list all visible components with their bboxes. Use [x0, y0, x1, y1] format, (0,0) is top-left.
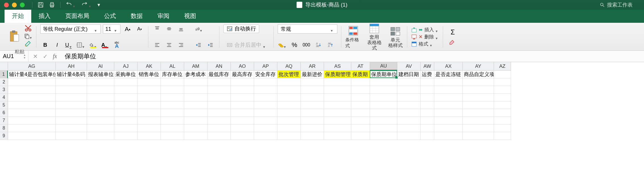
- cell[interactable]: [301, 101, 324, 109]
- autosum-button[interactable]: Σ: [447, 28, 458, 36]
- cell[interactable]: [397, 117, 421, 124]
- cell[interactable]: [138, 117, 161, 124]
- format-painter-button[interactable]: [24, 40, 32, 48]
- row-header-6[interactable]: 6: [0, 109, 8, 117]
- cell[interactable]: [434, 117, 463, 124]
- cell[interactable]: 保质期: [351, 71, 370, 78]
- cell[interactable]: [207, 78, 231, 86]
- cell-styles-button[interactable]: 单元格样式: [387, 26, 403, 48]
- cell[interactable]: [161, 78, 184, 86]
- cell[interactable]: [161, 132, 184, 140]
- cell[interactable]: [161, 124, 184, 132]
- cell[interactable]: [161, 117, 184, 124]
- tab-page-layout[interactable]: 页面布局: [58, 9, 97, 23]
- italic-button[interactable]: I: [52, 41, 62, 49]
- cell[interactable]: [138, 101, 161, 109]
- cell[interactable]: [184, 132, 207, 140]
- column-header-AS[interactable]: AS: [324, 62, 351, 71]
- cell[interactable]: [397, 78, 421, 86]
- row-header-9[interactable]: 9: [0, 132, 8, 140]
- cell[interactable]: [184, 101, 207, 109]
- column-header-AN[interactable]: AN: [207, 62, 231, 71]
- cell[interactable]: [207, 86, 231, 94]
- font-name-select[interactable]: 等线 Regular (正文): [40, 24, 101, 34]
- currency-button[interactable]: [278, 41, 287, 49]
- bold-button[interactable]: B: [40, 41, 50, 49]
- cell[interactable]: [434, 94, 463, 101]
- borders-button[interactable]: [76, 41, 86, 49]
- row-header-5[interactable]: 5: [0, 101, 8, 109]
- cell[interactable]: [184, 86, 207, 94]
- cell[interactable]: [138, 94, 161, 101]
- tab-formulas[interactable]: 公式: [97, 9, 123, 23]
- cell[interactable]: [301, 78, 324, 86]
- cell[interactable]: 库存单位: [161, 71, 184, 78]
- cell[interactable]: [231, 101, 254, 109]
- column-header-AI[interactable]: AI: [87, 62, 114, 71]
- accept-formula-button[interactable]: ✓: [43, 53, 48, 60]
- cell[interactable]: [421, 124, 434, 132]
- cell[interactable]: [301, 94, 324, 101]
- cell[interactable]: [301, 86, 324, 94]
- cell[interactable]: [463, 101, 494, 109]
- cell[interactable]: [494, 109, 511, 117]
- cell[interactable]: [277, 109, 301, 117]
- cell[interactable]: [8, 101, 56, 109]
- column-header-AW[interactable]: AW: [421, 62, 434, 71]
- cell[interactable]: [231, 78, 254, 86]
- cell[interactable]: [87, 124, 114, 132]
- cell[interactable]: [301, 117, 324, 124]
- cell[interactable]: [231, 117, 254, 124]
- cell[interactable]: [397, 86, 421, 94]
- cell[interactable]: [138, 109, 161, 117]
- cell[interactable]: [494, 117, 511, 124]
- column-header-AR[interactable]: AR: [301, 62, 324, 71]
- column-header-AK[interactable]: AK: [138, 62, 161, 71]
- row-header-1[interactable]: 1: [0, 71, 8, 78]
- cell[interactable]: [161, 101, 184, 109]
- font-color-button[interactable]: A: [100, 41, 110, 49]
- minimize-window-button[interactable]: [12, 3, 17, 7]
- cell[interactable]: 批次管理: [277, 71, 301, 78]
- cell[interactable]: [277, 94, 301, 101]
- cell[interactable]: [207, 117, 231, 124]
- cell[interactable]: [254, 78, 277, 86]
- cell[interactable]: [8, 132, 56, 140]
- cell[interactable]: [421, 101, 434, 109]
- qat-customize-button[interactable]: ▾: [97, 2, 100, 8]
- cell[interactable]: [434, 132, 463, 140]
- cell[interactable]: [207, 109, 231, 117]
- cell[interactable]: 辅计量4条码: [56, 71, 87, 78]
- search-input[interactable]: [607, 2, 641, 8]
- align-top-button[interactable]: [152, 24, 162, 33]
- save-icon[interactable]: [38, 2, 44, 8]
- print-icon[interactable]: [49, 2, 55, 8]
- select-all-corner[interactable]: [0, 62, 8, 71]
- cell[interactable]: [277, 78, 301, 86]
- cell[interactable]: [114, 117, 138, 124]
- clear-button[interactable]: [447, 38, 457, 46]
- cell[interactable]: [277, 86, 301, 94]
- cell[interactable]: [231, 86, 254, 94]
- row-header-7[interactable]: 7: [0, 117, 8, 124]
- cell[interactable]: [87, 94, 114, 101]
- row-header-2[interactable]: 2: [0, 78, 8, 86]
- cell[interactable]: [184, 78, 207, 86]
- column-header-AL[interactable]: AL: [161, 62, 184, 71]
- cell[interactable]: [434, 86, 463, 94]
- decrease-indent-button[interactable]: [194, 41, 203, 49]
- cell[interactable]: [463, 78, 494, 86]
- cell[interactable]: [324, 109, 351, 117]
- align-center-button[interactable]: [164, 41, 174, 49]
- cell[interactable]: [463, 117, 494, 124]
- cell[interactable]: [184, 124, 207, 132]
- close-window-button[interactable]: [4, 3, 9, 7]
- column-header-AT[interactable]: AT: [351, 62, 370, 71]
- cell[interactable]: [56, 94, 87, 101]
- merge-center-button[interactable]: 合并后居中: [223, 41, 270, 49]
- cell[interactable]: [114, 132, 138, 140]
- cell[interactable]: [8, 94, 56, 101]
- maximize-window-button[interactable]: [20, 3, 25, 7]
- cell[interactable]: [370, 94, 397, 101]
- phonetic-button[interactable]: abcA: [112, 41, 122, 49]
